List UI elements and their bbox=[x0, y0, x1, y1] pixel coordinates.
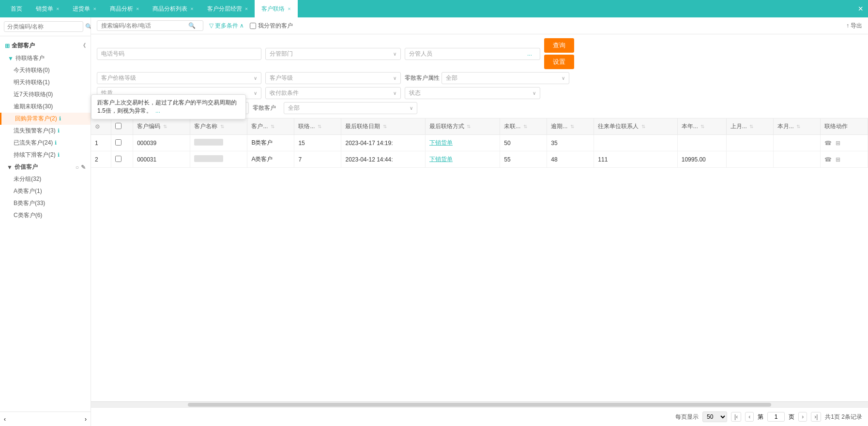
nav-customer-tier[interactable]: 客户分层经营 × bbox=[200, 0, 255, 17]
col-last-contact-date-header[interactable]: 最后联络日期 ⇅ bbox=[341, 118, 426, 135]
close-icon[interactable]: × bbox=[190, 6, 193, 12]
collapse-icon[interactable]: 《 bbox=[80, 42, 86, 49]
col-contacts-header[interactable]: 往来单位联系人 ⇅ bbox=[594, 118, 677, 135]
contact-more-icon[interactable]: ⊞ bbox=[836, 140, 840, 147]
col-customer-type-header[interactable]: 客户... ⇅ bbox=[247, 118, 294, 135]
retail-attr-filter[interactable]: 全部 ∨ bbox=[442, 72, 569, 84]
retail-customer-filter[interactable]: 全部 ∨ bbox=[284, 102, 417, 114]
col-last-contact-method-header[interactable]: 最后联络方式 ⇅ bbox=[425, 118, 500, 135]
prev-page-icon[interactable]: ‹ bbox=[4, 416, 6, 423]
col-contact-count-header[interactable]: 联络... ⇅ bbox=[294, 118, 341, 135]
col-code-header[interactable]: 客户编码 ⇅ bbox=[133, 118, 190, 135]
sidebar-item-today[interactable]: 今天待联络(0) bbox=[0, 64, 91, 76]
select-all-checkbox[interactable] bbox=[115, 123, 122, 129]
last-page-button[interactable]: ›| bbox=[811, 412, 821, 422]
row1-last-month bbox=[726, 135, 773, 151]
sidebar-item-class-a[interactable]: A类客户(1) bbox=[0, 185, 91, 197]
sidebar-tree: ⊞ 全部客户 《 ▼ 待联络客户 今天待联络(0) 明天待联络(1) 近7天待联… bbox=[0, 36, 91, 411]
info-icon: ℹ bbox=[55, 140, 57, 146]
ellipsis-icon[interactable]: ... bbox=[523, 50, 536, 57]
nav-customer-contact[interactable]: 客户联络 × bbox=[255, 0, 297, 17]
search-icon[interactable]: 🔍 bbox=[85, 23, 91, 30]
settings-button[interactable]: 设置 bbox=[544, 55, 574, 69]
sidebar-group-value-customers[interactable]: ▼ 价值客户 ○ ✎ bbox=[0, 161, 91, 173]
sidebar-item-7days[interactable]: 近7天待联络(0) bbox=[0, 88, 91, 101]
row2-last-method[interactable]: 下销货单 bbox=[425, 151, 500, 168]
sort-icon: ⇅ bbox=[163, 124, 167, 129]
contact-more-icon[interactable]: ⊞ bbox=[836, 156, 840, 163]
next-page-button[interactable]: › bbox=[798, 412, 807, 422]
edit-group-icon[interactable]: ✎ bbox=[81, 164, 86, 171]
page-size-select[interactable]: 50 100 200 bbox=[702, 411, 727, 422]
col-current-year-header[interactable]: 本年... ⇅ bbox=[677, 118, 726, 135]
prev-page-button[interactable]: ‹ bbox=[745, 412, 754, 422]
close-icon[interactable]: × bbox=[245, 6, 248, 12]
nav-product-analysis-list[interactable]: 商品分析列表 × bbox=[146, 0, 200, 17]
status-filter[interactable]: 状态 ∨ bbox=[405, 87, 540, 99]
customer-level-filter[interactable]: 客户等级 ∨ bbox=[265, 72, 401, 84]
col-last-month-header[interactable]: 上月... ⇅ bbox=[726, 118, 773, 135]
sidebar-item-churned[interactable]: 已流失客户(24) ℹ bbox=[0, 137, 91, 149]
sidebar-item-declining[interactable]: 持续下滑客户(2) ℹ bbox=[0, 149, 91, 161]
sidebar-root-item[interactable]: ⊞ 全部客户 《 bbox=[0, 39, 91, 52]
close-icon[interactable]: × bbox=[93, 6, 96, 12]
sidebar-bottom: ‹ › bbox=[0, 411, 91, 426]
row1-overdue: 35 bbox=[547, 135, 594, 151]
more-conditions-button[interactable]: ▽ 更多条件 ∧ bbox=[209, 22, 244, 30]
search-icon[interactable]: 🔍 bbox=[188, 22, 196, 29]
sidebar-item-repurchase-abnormal[interactable]: 回购异常客户(2) ℹ bbox=[0, 113, 91, 125]
row2-uncontact: 55 bbox=[500, 151, 547, 168]
query-button[interactable]: 查询 bbox=[544, 38, 574, 53]
close-icon[interactable]: × bbox=[136, 6, 139, 12]
row2-type: A类客户 bbox=[247, 151, 294, 168]
nav-home[interactable]: 首页 bbox=[4, 0, 29, 17]
horizontal-scrollbar[interactable] bbox=[91, 401, 868, 407]
sidebar-search-input[interactable] bbox=[4, 21, 83, 32]
sort-icon: ⇅ bbox=[467, 124, 471, 129]
row-checkbox[interactable] bbox=[115, 139, 122, 146]
sort-icon: ⇅ bbox=[220, 124, 224, 129]
sidebar-item-ungrouped[interactable]: 未分组(32) bbox=[0, 173, 91, 185]
next-page-icon[interactable]: › bbox=[85, 416, 87, 423]
row1-current-month bbox=[773, 135, 820, 151]
col-current-month-header[interactable]: 本月... ⇅ bbox=[773, 118, 820, 135]
col-action-header: 联络动作 bbox=[820, 118, 868, 135]
sidebar-item-churn-warning[interactable]: 流失预警客户(3) ℹ bbox=[0, 125, 91, 137]
row1-type: B类客户 bbox=[247, 135, 294, 151]
nav-product-analysis[interactable]: 商品分析 × bbox=[103, 0, 146, 17]
scroll-thumb[interactable] bbox=[188, 403, 771, 407]
sidebar-section-pending[interactable]: ▼ 待联络客户 bbox=[0, 52, 91, 64]
search-field: 🔍 bbox=[97, 20, 203, 31]
add-group-icon[interactable]: ○ bbox=[76, 164, 79, 171]
first-page-button[interactable]: |‹ bbox=[731, 412, 741, 422]
price-level-filter[interactable]: 客户价格等级 ∨ bbox=[97, 72, 261, 84]
col-uncontact-header[interactable]: 未联... ⇅ bbox=[500, 118, 547, 135]
page-number-input[interactable] bbox=[767, 412, 785, 422]
col-overdue-header[interactable]: 逾期... ⇅ bbox=[547, 118, 594, 135]
sort-icon: ⇅ bbox=[796, 124, 800, 129]
export-button[interactable]: ↑ 导出 bbox=[846, 22, 862, 30]
nav-sales-order[interactable]: 销货单 × bbox=[29, 0, 66, 17]
department-filter[interactable]: 分管部门 ∨ bbox=[265, 48, 401, 60]
contact-phone-icon[interactable]: ☎ bbox=[824, 140, 832, 147]
phone-filter[interactable]: 电话号码 bbox=[97, 48, 261, 60]
customer-search-input[interactable] bbox=[101, 22, 188, 29]
sidebar-item-overdue[interactable]: 逾期未联络(30) bbox=[0, 101, 91, 113]
my-customers-checkbox[interactable] bbox=[250, 23, 256, 29]
sort-icon: ⇅ bbox=[318, 124, 321, 129]
payment-filter[interactable]: 收付款条件 ∨ bbox=[265, 87, 401, 99]
sidebar-item-class-b[interactable]: B类客户(33) bbox=[0, 197, 91, 209]
table-settings-icon[interactable]: ⚙ bbox=[95, 123, 100, 130]
row-checkbox[interactable] bbox=[115, 156, 122, 162]
row1-last-method[interactable]: 下销货单 bbox=[425, 135, 500, 151]
col-name-header[interactable]: 客户名称 ⇅ bbox=[190, 118, 247, 135]
manager-filter[interactable]: 分管人员 ... bbox=[405, 48, 540, 60]
nav-purchase-order[interactable]: 进货单 × bbox=[66, 0, 103, 17]
close-icon[interactable]: × bbox=[288, 6, 290, 12]
filter-bar: 🔍 ▽ 更多条件 ∧ 我分管的客户 ↑ 导出 bbox=[91, 17, 868, 34]
sidebar-item-class-c[interactable]: C类客户(6) bbox=[0, 209, 91, 221]
close-icon[interactable]: × bbox=[56, 6, 59, 12]
sidebar-item-tomorrow[interactable]: 明天待联络(1) bbox=[0, 76, 91, 88]
nav-close-all-button[interactable]: × bbox=[858, 4, 863, 14]
contact-phone-icon[interactable]: ☎ bbox=[824, 156, 832, 163]
